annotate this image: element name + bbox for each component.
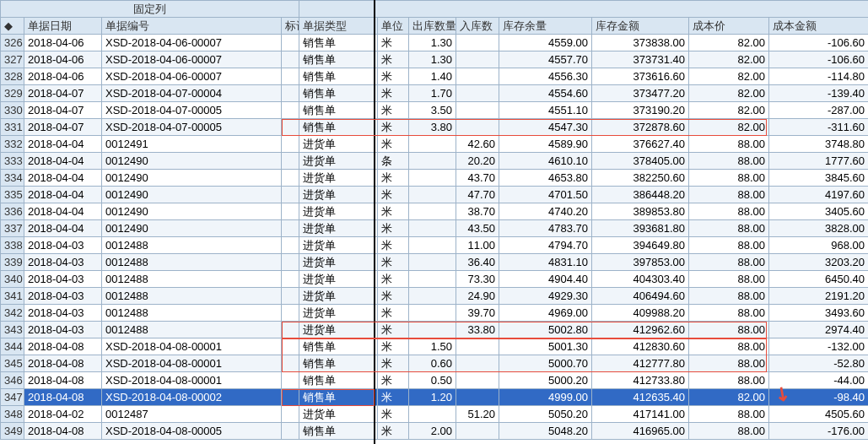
cell[interactable] — [456, 51, 499, 68]
cell[interactable]: 334 — [1, 170, 24, 187]
cell[interactable]: 3493.60 — [769, 305, 869, 322]
cell[interactable]: 2018-04-03 — [24, 305, 102, 322]
cell[interactable]: 销售单 — [299, 389, 378, 406]
cell[interactable]: 409988.20 — [592, 305, 689, 322]
cell[interactable] — [409, 406, 456, 423]
table-body[interactable]: 3262018-04-06XSD-2018-04-06-00007销售单米1.3… — [1, 35, 869, 440]
cell[interactable] — [409, 136, 456, 153]
cell[interactable]: 2191.20 — [769, 288, 869, 305]
cell[interactable]: 333 — [1, 153, 24, 170]
cell[interactable]: 373477.20 — [592, 85, 689, 102]
cell[interactable]: 销售单 — [299, 68, 378, 85]
cell[interactable]: 393681.80 — [592, 220, 689, 237]
cell[interactable]: 销售单 — [299, 85, 378, 102]
hdr-unit[interactable]: 单位 — [378, 18, 409, 35]
cell[interactable]: 进货单 — [299, 237, 378, 254]
cell[interactable]: 328 — [1, 68, 24, 85]
hdr-balqty[interactable]: 库存余量 — [499, 18, 592, 35]
cell[interactable] — [282, 322, 299, 338]
cell[interactable] — [409, 322, 456, 338]
cell[interactable]: 3845.60 — [769, 170, 869, 187]
cell[interactable]: 43.70 — [456, 170, 499, 187]
cell[interactable]: 5048.20 — [499, 423, 592, 440]
cell[interactable]: 销售单 — [299, 102, 378, 119]
cell[interactable]: 2018-04-04 — [24, 170, 102, 187]
cell[interactable]: 0012490 — [102, 203, 282, 220]
cell[interactable]: 344 — [1, 338, 24, 355]
cell[interactable] — [456, 119, 499, 136]
cell[interactable]: 米 — [378, 338, 409, 355]
cell[interactable] — [282, 187, 299, 203]
cell[interactable]: 3405.60 — [769, 203, 869, 220]
cell[interactable]: 进货单 — [299, 305, 378, 322]
cell[interactable]: 2018-04-04 — [24, 187, 102, 203]
cell[interactable] — [282, 389, 299, 406]
cell[interactable]: 2018-04-03 — [24, 254, 102, 271]
cell[interactable]: XSD-2018-04-07-00005 — [102, 102, 282, 119]
cell[interactable]: 销售单 — [299, 338, 378, 355]
cell[interactable]: 4999.00 — [499, 389, 592, 406]
hdr-doctype[interactable]: 单据类型 — [299, 18, 378, 35]
cell[interactable]: 412733.80 — [592, 372, 689, 389]
cell[interactable]: 0012490 — [102, 187, 282, 203]
cell[interactable]: 2018-04-07 — [24, 85, 102, 102]
cell[interactable]: 82.00 — [689, 102, 769, 119]
cell[interactable]: XSD-2018-04-07-00005 — [102, 119, 282, 136]
cell[interactable]: -106.60 — [769, 51, 869, 68]
table-row[interactable]: 3302018-04-07XSD-2018-04-07-00005销售单米3.5… — [1, 102, 869, 119]
cell[interactable]: 4547.30 — [499, 119, 592, 136]
cell[interactable]: 米 — [378, 288, 409, 305]
cell[interactable] — [282, 153, 299, 170]
cell[interactable]: 4610.10 — [499, 153, 592, 170]
cell[interactable]: XSD-2018-04-08-00005 — [102, 423, 282, 440]
table-row[interactable]: 3442018-04-08XSD-2018-04-08-00001销售单米1.5… — [1, 338, 869, 355]
cell[interactable]: 4740.20 — [499, 203, 592, 220]
cell[interactable]: 2018-04-04 — [24, 220, 102, 237]
table-row[interactable]: 3312018-04-07XSD-2018-04-07-00005销售单米3.8… — [1, 119, 869, 136]
cell[interactable]: 进货单 — [299, 203, 378, 220]
hdr-costamt[interactable]: 成本金额 — [769, 18, 869, 35]
cell[interactable]: 73.30 — [456, 271, 499, 288]
cell[interactable]: 1.70 — [409, 85, 456, 102]
cell[interactable]: 进货单 — [299, 322, 378, 338]
cell[interactable]: 2.00 — [409, 423, 456, 440]
table-row[interactable]: 3372018-04-040012490进货单米43.504783.703936… — [1, 220, 869, 237]
cell[interactable]: 销售单 — [299, 372, 378, 389]
cell[interactable]: 米 — [378, 220, 409, 237]
cell[interactable]: 米 — [378, 102, 409, 119]
cell[interactable]: 4554.60 — [499, 85, 592, 102]
cell[interactable]: 销售单 — [299, 119, 378, 136]
cell[interactable]: 372878.60 — [592, 119, 689, 136]
cell[interactable] — [282, 271, 299, 288]
cell[interactable]: 11.00 — [456, 237, 499, 254]
cell[interactable] — [409, 237, 456, 254]
cell[interactable]: 88.00 — [689, 237, 769, 254]
cell[interactable]: -311.60 — [769, 119, 869, 136]
cell[interactable]: 373731.40 — [592, 51, 689, 68]
cell[interactable]: 2018-04-02 — [24, 406, 102, 423]
cell[interactable]: 0012487 — [102, 406, 282, 423]
cell[interactable]: XSD-2018-04-08-00001 — [102, 372, 282, 389]
cell[interactable]: 373190.20 — [592, 102, 689, 119]
cell[interactable]: 378405.00 — [592, 153, 689, 170]
cell[interactable]: 进货单 — [299, 187, 378, 203]
cell[interactable] — [282, 119, 299, 136]
cell[interactable]: 进货单 — [299, 406, 378, 423]
cell[interactable]: 373616.60 — [592, 68, 689, 85]
cell[interactable]: 82.00 — [689, 35, 769, 51]
table-row[interactable]: 3422018-04-030012488进货单米39.704969.004099… — [1, 305, 869, 322]
cell[interactable] — [282, 305, 299, 322]
cell[interactable]: 338 — [1, 237, 24, 254]
cell[interactable]: 341 — [1, 288, 24, 305]
cell[interactable] — [282, 254, 299, 271]
cell[interactable] — [282, 406, 299, 423]
table-row[interactable]: 3332018-04-040012490进货单条20.204610.103784… — [1, 153, 869, 170]
table-row[interactable]: 3362018-04-040012490进货单米38.704740.203898… — [1, 203, 869, 220]
cell[interactable]: 进货单 — [299, 170, 378, 187]
cell[interactable]: 米 — [378, 203, 409, 220]
cell[interactable] — [409, 203, 456, 220]
cell[interactable]: 1.30 — [409, 51, 456, 68]
cell[interactable]: 417141.00 — [592, 406, 689, 423]
cell[interactable] — [409, 170, 456, 187]
cell[interactable]: 4589.90 — [499, 136, 592, 153]
